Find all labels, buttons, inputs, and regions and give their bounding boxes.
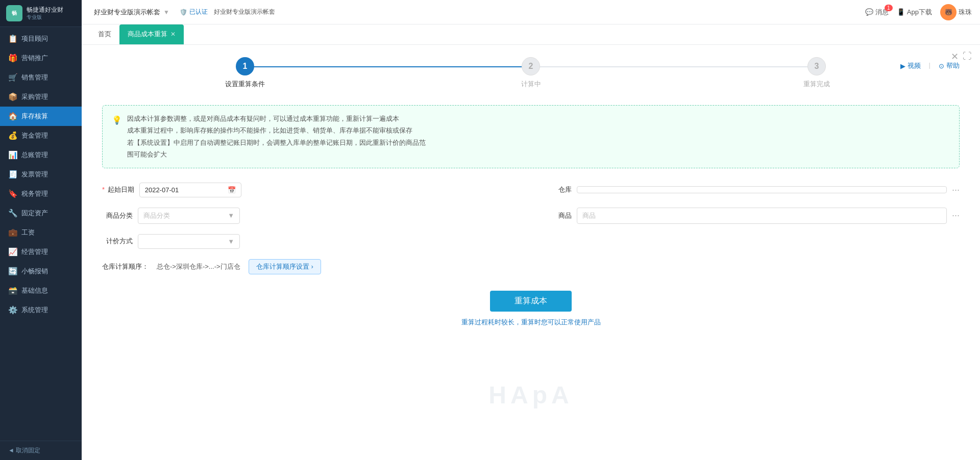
step-2: 2 计算中 [388,57,674,89]
sidebar-item-label: 销售管理 [21,73,48,82]
tab-close-icon[interactable]: ✕ [170,31,176,38]
step-3-circle: 3 [807,57,826,75]
steps-actions: ▶ 视频 | ⊙ 帮助 [900,61,960,70]
project-icon: 📋 [8,34,17,43]
sidebar-item-ops[interactable]: 📈 经营管理 [0,242,82,262]
sidebar-item-base[interactable]: 🗃️ 基础信息 [0,281,82,300]
sidebar-nav: 📋 项目顾问 🎁 营销推广 🛒 销售管理 📦 采购管理 🏠 库存核算 💰 资金管… [0,27,82,441]
category-input[interactable]: 商品分类 ▼ [138,208,240,224]
avatar: 🐻 [940,4,957,20]
account-selector[interactable]: 好业财专业版演示帐套 ▼ [90,6,174,19]
sidebar-footer-unpin[interactable]: ◄ 取消固定 [0,441,82,460]
expense-icon: 🔄 [8,267,17,276]
sidebar-item-label: 固定资产 [21,209,48,218]
sidebar-item-label: 系统管理 [21,305,48,315]
form-group-warehouse: 仓库 ··· [541,185,960,195]
content-main: 1 设置重算条件 2 计算中 3 [82,45,980,460]
warehouse-label: 仓库 [541,185,572,194]
step-2-circle: 2 [522,57,540,75]
message-badge: 1 [885,5,893,11]
invoice-icon: 🧾 [8,170,17,179]
app-logo: 畅 [6,5,22,21]
sidebar-item-tax[interactable]: 🔖 税务管理 [0,184,82,203]
step-1-label: 设置重算条件 [225,80,265,89]
recalc-button[interactable]: 重算成本 [490,291,572,312]
expand-panel-button[interactable]: ⛶ [963,51,972,62]
sidebar-item-system[interactable]: ⚙️ 系统管理 [0,300,82,320]
sidebar-item-label: 总账管理 [21,150,48,160]
sidebar-item-marketing[interactable]: 🎁 营销推广 [0,48,82,68]
avatar-emoji: 🐻 [945,9,952,16]
accounting-icon: 📊 [8,150,17,160]
sidebar-item-inventory[interactable]: 🏠 库存核算 [0,107,82,126]
sidebar-item-accounting[interactable]: 📊 总账管理 [0,145,82,165]
user-avatar-button[interactable]: 🐻 珠珠 [940,4,972,20]
steps-container: 1 设置重算条件 2 计算中 3 [102,57,960,89]
info-text: 因成本计算参数调整，或是对商品成本有疑问时，可以通过成本重算功能，重新计算一遍成… [127,113,426,161]
sidebar-item-sales[interactable]: 🛒 销售管理 [0,68,82,87]
chevron-right-icon: › [311,263,313,270]
sidebar-item-salary[interactable]: 💼 工资 [0,223,82,242]
goods-label: 商品 [541,211,572,220]
close-panel-button[interactable]: ✕ [951,51,959,62]
app-title: 畅捷通好业财 [27,6,63,14]
category-label: 商品分类 [102,211,133,220]
warehouse-input[interactable] [577,186,947,193]
sidebar-item-label: 营销推广 [21,54,48,63]
sidebar-header: 畅 畅捷通好业财 专业版 [0,0,82,27]
finance-icon: 💰 [8,131,17,140]
tab-recalc[interactable]: 商品成本重算 ✕ [119,24,184,44]
sidebar-item-fixed-assets[interactable]: 🔧 固定资产 [0,203,82,223]
sidebar-item-finance[interactable]: 💰 资金管理 [0,126,82,145]
step-1-circle: 1 [236,57,254,75]
main-area: 好业财专业版演示帐套 ▼ 🛡️ 已认证 好业财专业版演示帐套 💬 消息 1 📱 … [82,0,980,460]
verified-account-text: 好业财专业版演示帐套 [214,8,275,16]
dropdown-icon: ▼ [228,212,234,219]
sales-icon: 🛒 [8,73,17,82]
goods-more-icon[interactable]: ··· [952,210,960,221]
warehouse-order-row: 仓库计算顺序： 总仓->深圳仓库->...->门店仓 仓库计算顺序设置 › [102,259,960,274]
info-icon: 💡 [112,113,122,161]
step-2-label: 计算中 [521,80,541,89]
required-star: * [102,186,105,193]
start-date-input[interactable]: 2022-07-01 📅 [139,183,241,197]
app-download-button[interactable]: 📱 App下载 [897,8,932,17]
sidebar-item-label: 资金管理 [21,131,48,140]
form-row-1: * 起始日期 2022-07-01 📅 仓库 ··· [102,183,960,197]
panel-actions: ✕ ⛶ [951,51,972,62]
sidebar-item-label: 采购管理 [21,92,48,101]
sidebar-item-label: 工资 [21,228,35,237]
sidebar-item-label: 项目顾问 [21,34,48,43]
info-box: 💡 因成本计算参数调整，或是对商品成本有疑问时，可以通过成本重算功能，重新计算一… [102,105,960,168]
sidebar: 畅 畅捷通好业财 专业版 📋 项目顾问 🎁 营销推广 🛒 销售管理 📦 采购管理… [0,0,82,460]
app-subtitle: 专业版 [27,14,63,21]
fixed-assets-icon: 🔧 [8,209,17,218]
sidebar-item-expense[interactable]: 🔄 小畅报销 [0,262,82,281]
form-group-start-date: * 起始日期 2022-07-01 📅 [102,183,521,197]
base-icon: 🗃️ [8,286,17,295]
form-group-goods: 商品 商品 ··· [541,208,960,224]
sidebar-item-label: 库存核算 [21,112,48,121]
form-group-category: 商品分类 商品分类 ▼ [102,208,521,224]
goods-input[interactable]: 商品 [577,208,947,224]
order-value: 总仓->深圳仓库->...->门店仓 [157,262,240,271]
message-button[interactable]: 💬 消息 1 [865,8,889,17]
warehouse-more-icon[interactable]: ··· [952,185,960,195]
phone-icon: 📱 [897,8,905,16]
step-3-label: 重算完成 [803,80,830,89]
shield-icon: 🛡️ [180,9,187,16]
sidebar-item-purchase[interactable]: 📦 采购管理 [0,87,82,107]
pricing-input[interactable]: ▼ [138,234,240,249]
sidebar-item-project[interactable]: 📋 项目顾问 [0,29,82,48]
help-icon: ⊙ [939,62,944,70]
video-button[interactable]: ▶ 视频 [900,61,921,70]
tab-home[interactable]: 首页 [90,24,119,44]
help-button[interactable]: ⊙ 帮助 [939,61,960,70]
form-row-3: 计价方式 ▼ [102,234,960,249]
form-group-pricing: 计价方式 ▼ [102,234,521,249]
content-area: 1 设置重算条件 2 计算中 3 [82,45,980,460]
start-date-label: * 起始日期 [102,185,134,194]
order-settings-button[interactable]: 仓库计算顺序设置 › [249,259,321,274]
sidebar-item-invoice[interactable]: 🧾 发票管理 [0,165,82,184]
purchase-icon: 📦 [8,92,17,101]
